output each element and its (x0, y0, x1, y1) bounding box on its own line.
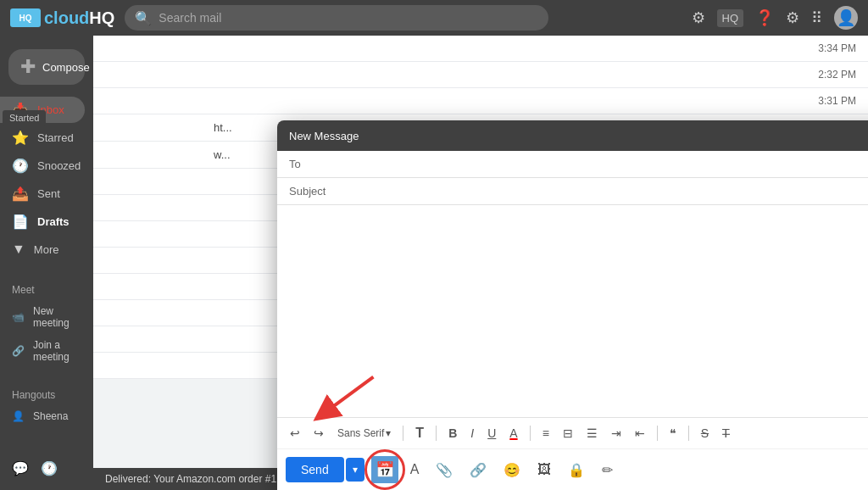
join-meeting-icon: 🔗 (12, 345, 25, 357)
search-bar[interactable]: 🔍 (125, 5, 548, 31)
toolbar-separator-1 (403, 426, 403, 441)
main-layout: ✚ Compose 📥 Inbox ⭐ Starred 🕐 Snoozed 📤 … (0, 36, 868, 490)
undo-button[interactable]: ↩ (286, 424, 304, 443)
image-button[interactable]: 🖼 (532, 459, 556, 481)
starred-icon: ⭐ (12, 130, 29, 146)
link-button[interactable]: 🔗 (465, 459, 492, 482)
settings-icon[interactable]: ⚙ (786, 8, 799, 27)
sidebar-item-more[interactable]: ▼ More (0, 237, 85, 262)
more-icon: ▼ (12, 242, 25, 257)
cloudhq-extension-icon[interactable]: HQ (717, 9, 744, 27)
email-area: 3:34 PM 2:32 PM 3:31 PM ht... 3:30 PM w.… (93, 36, 868, 490)
email-time: 2:32 PM (818, 69, 856, 81)
cloudhq-logo-box: HQ (10, 8, 41, 27)
outdent-button[interactable]: ⇤ (631, 424, 649, 443)
to-label: To (289, 158, 323, 170)
started-label: Started (3, 110, 46, 125)
toolbar-separator-2 (436, 426, 437, 441)
compose-header: New Message − ⤢ ✕ (277, 120, 868, 151)
filter-icon[interactable]: ⚙ (692, 8, 705, 27)
hangouts-status-icon[interactable]: 🕐 (41, 460, 58, 476)
compose-to-field: To Cc Bcc (277, 151, 868, 178)
compose-modal: New Message − ⤢ ✕ To Cc Bcc Subject ↩ ↪ (277, 120, 868, 490)
hangouts-section-label: Hangouts (0, 386, 93, 404)
drafts-label: Drafts (37, 215, 70, 228)
sheena-avatar-icon: 👤 (12, 410, 25, 422)
subject-input[interactable] (326, 185, 868, 198)
sidebar: ✚ Compose 📥 Inbox ⭐ Starred 🕐 Snoozed 📤 … (0, 36, 93, 490)
compose-plus-icon: ✚ (20, 56, 36, 78)
compose-button[interactable]: ✚ Compose (8, 49, 85, 85)
email-time: 3:34 PM (818, 42, 856, 54)
sidebar-item-snoozed[interactable]: 🕐 Snoozed (0, 153, 85, 179)
compose-formatting-toolbar: ↩ ↪ Sans Serif ▾ T B I U A ≡ ⊟ ☰ ⇥ ⇤ (277, 417, 868, 448)
indent-button[interactable]: ⇥ (607, 424, 626, 443)
logo: HQ cloudHQ (10, 8, 114, 28)
font-size-button[interactable]: T (411, 423, 428, 443)
strikethrough-button[interactable]: S (697, 424, 713, 443)
subject-label: Subject (289, 185, 326, 198)
search-input[interactable] (159, 11, 538, 25)
sidebar-item-sheena[interactable]: 👤 Sheena (0, 406, 93, 426)
sidebar-item-drafts[interactable]: 📄 Drafts (0, 209, 85, 235)
attachment-button[interactable]: 📎 (431, 459, 458, 482)
text-color-button[interactable]: A (505, 424, 521, 443)
logo-cloud: cloud (44, 8, 89, 27)
ordered-list-button[interactable]: ⊟ (559, 424, 577, 443)
align-button[interactable]: ≡ (538, 424, 554, 443)
italic-button[interactable]: I (466, 424, 478, 443)
table-row[interactable]: 3:31 PM (93, 88, 868, 114)
table-row[interactable]: 2:32 PM (93, 62, 868, 88)
grid-apps-icon[interactable]: ⠿ (811, 8, 822, 27)
compose-modal-title: New Message (289, 130, 359, 142)
search-icon: 🔍 (135, 10, 152, 26)
compose-label: Compose (42, 61, 90, 74)
sidebar-item-starred[interactable]: ⭐ Starred (0, 125, 85, 151)
sent-icon: 📤 (12, 186, 29, 202)
compose-subject-field: Subject (277, 178, 868, 205)
font-family-chevron-icon: ▾ (386, 427, 391, 439)
drafts-icon: 📄 (12, 214, 29, 230)
lock-button[interactable]: 🔒 (563, 459, 590, 482)
new-meeting-icon: 📹 (12, 311, 25, 323)
font-family-selector[interactable]: Sans Serif ▾ (333, 425, 395, 442)
sidebar-item-sent[interactable]: 📤 Sent (0, 181, 85, 207)
underline-button[interactable]: U (483, 424, 500, 443)
hangouts-icon[interactable]: 💬 (12, 460, 29, 476)
compose-bottom-bar: Send ▾ 📅 A 📎 🔗 😊 🖼 🔒 ✏ ⋮ 🗑 (277, 448, 868, 490)
table-row[interactable]: 3:34 PM (93, 36, 868, 62)
unordered-list-button[interactable]: ☰ (582, 424, 602, 443)
account-icon[interactable]: 👤 (834, 6, 858, 30)
schedule-send-button[interactable]: 📅 (371, 456, 398, 483)
more-label: More (34, 243, 59, 256)
logo-text: cloudHQ (44, 8, 114, 28)
top-bar: HQ cloudHQ 🔍 ⚙ HQ ❓ ⚙ ⠿ 👤 (0, 0, 868, 36)
email-time: 3:31 PM (818, 95, 856, 107)
meet-section-label: Meet (0, 281, 93, 299)
help-icon[interactable]: ❓ (755, 8, 774, 27)
send-button[interactable]: Send (286, 457, 344, 482)
logo-hq: HQ (89, 8, 114, 27)
emoji-button[interactable]: 😊 (498, 459, 526, 482)
compose-body[interactable] (277, 205, 868, 417)
remove-format-button[interactable]: T̶ (718, 424, 734, 443)
bold-button[interactable]: B (444, 424, 461, 443)
sidebar-item-join-meeting[interactable]: 🔗 Join a meeting (0, 335, 93, 367)
send-options-button[interactable]: ▾ (346, 458, 364, 482)
topbar-right: ⚙ HQ ❓ ⚙ ⠿ 👤 (692, 6, 859, 30)
blockquote-button[interactable]: ❝ (665, 424, 681, 443)
formatting-options-button[interactable]: A (405, 459, 425, 481)
signature-button[interactable]: ✏ (597, 459, 618, 482)
to-input[interactable] (323, 158, 868, 170)
toolbar-separator-3 (530, 426, 531, 441)
toolbar-separator-4 (657, 426, 658, 441)
toolbar-separator-5 (688, 426, 689, 441)
snoozed-icon: 🕐 (12, 158, 29, 174)
sidebar-item-new-meeting[interactable]: 📹 New meeting (0, 301, 93, 333)
redo-button[interactable]: ↪ (309, 424, 328, 443)
starred-label: Starred (37, 131, 74, 144)
font-family-label: Sans Serif (337, 427, 384, 439)
sent-label: Sent (37, 187, 60, 200)
new-meeting-label: New meeting (33, 305, 81, 329)
snoozed-label: Snoozed (37, 159, 81, 172)
